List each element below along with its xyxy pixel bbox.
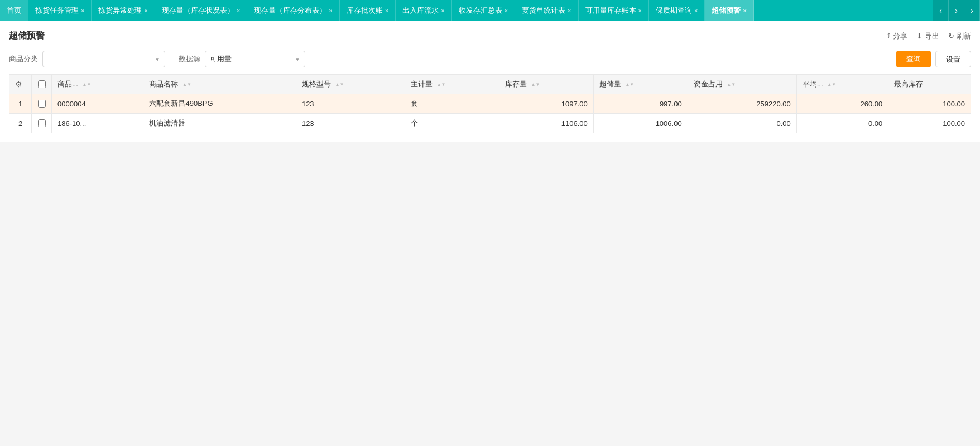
row-checkbox[interactable] [38,100,46,108]
row-checkbox[interactable] [38,119,46,127]
nav-tab-6-close[interactable]: × [441,7,444,14]
top-nav: 首页 拣货任务管理 × 拣货异常处理 × 现存量（库存状况表） × 现存量（库存… [0,0,980,21]
page-header: 超储预警 ⤴ 分享 ⬇ 导出 ↻ 刷新 [9,30,971,42]
row-avg: 0.00 [796,114,888,133]
datasource-value: 可用量 [210,54,232,64]
nav-tab-5-close[interactable]: × [385,7,388,14]
th-capital[interactable]: 资金占用 ▲▼ [688,75,796,94]
query-button[interactable]: 查询 [896,51,931,67]
sort-icon-avg: ▲▼ [827,83,836,87]
sort-icon-overstock: ▲▼ [625,83,634,87]
th-checkbox [32,75,52,94]
th-product-code[interactable]: 商品... ▲▼ [52,75,143,94]
row-stock: 1106.00 [499,114,593,133]
nav-tab-8[interactable]: 要货单统计表 × [515,0,578,21]
datasource-chevron-icon: ▼ [295,56,300,62]
th-capital-label: 资金占用 [694,80,723,88]
row-max-stock: 100.00 [888,114,971,133]
category-select[interactable]: ▼ [42,51,165,67]
sort-icon-unit: ▲▼ [437,83,446,87]
sort-icon-name: ▲▼ [182,83,191,87]
nav-tab-11[interactable]: 超储预警 × [705,0,753,21]
th-stock[interactable]: 库存量 ▲▼ [499,75,593,94]
nav-tab-7-close[interactable]: × [505,7,508,14]
row-product-code: 0000004 [52,94,143,114]
nav-tab-5-label: 库存批次账 [347,6,383,16]
nav-tab-11-close[interactable]: × [743,7,746,14]
page-title: 超储预警 [9,30,45,42]
nav-more-button[interactable]: › [964,0,980,21]
nav-tab-2[interactable]: 拣货异常处理 × [92,0,155,21]
nav-tab-4-close[interactable]: × [329,7,332,14]
sort-icon-stock: ▲▼ [531,83,540,87]
nav-tab-1-close[interactable]: × [81,7,84,14]
nav-tab-7-label: 收发存汇总表 [459,6,502,16]
th-max-stock-label: 最高库存 [894,80,923,88]
nav-tab-7[interactable]: 收发存汇总表 × [452,0,515,21]
th-product-code-label: 商品... [57,80,78,88]
th-max-stock[interactable]: 最高库存 [888,75,971,94]
refresh-icon: ↻ [948,32,954,40]
th-avg-label: 平均... [803,80,823,88]
nav-tab-3-close[interactable]: × [237,7,240,14]
settings-button[interactable]: 设置 [935,51,971,67]
nav-tab-home[interactable]: 首页 [0,0,28,21]
nav-prev-button[interactable]: ‹ [933,0,949,21]
row-capital: 259220.00 [688,94,796,114]
th-unit[interactable]: 主计量 ▲▼ [405,75,499,94]
row-max-stock: 100.00 [888,94,971,114]
nav-tab-9[interactable]: 可用量库存账本 × [579,0,649,21]
nav-tab-home-label: 首页 [7,6,21,16]
nav-tab-4-label: 现存量（库存分布表） [254,6,326,16]
table-header-row: ⚙ 商品... ▲▼ 商品名称 ▲▼ 规格型号 ▲▼ [9,75,971,94]
nav-tab-9-close[interactable]: × [638,7,642,14]
row-capital: 0.00 [688,114,796,133]
table-row: 2 186-10... 机油滤清器 123 个 1106.00 1006.00 … [9,114,971,133]
th-avg[interactable]: 平均... ▲▼ [796,75,888,94]
nav-tab-1[interactable]: 拣货任务管理 × [28,0,92,21]
sort-icon-capital: ▲▼ [727,83,736,87]
nav-tab-8-label: 要货单统计表 [522,6,565,16]
nav-tab-2-close[interactable]: × [144,7,147,14]
filter-buttons: 查询 设置 [896,51,971,67]
row-checkbox-cell [32,114,52,133]
table-body: 1 0000004 六配套新昌490BPG 123 套 1097.00 997.… [9,94,971,133]
refresh-button[interactable]: ↻ 刷新 [948,31,971,41]
nav-tab-10[interactable]: 保质期查询 × [649,0,705,21]
th-overstock[interactable]: 超储量 ▲▼ [593,75,688,94]
nav-arrows: ‹ › › [933,0,980,21]
th-spec[interactable]: 规格型号 ▲▼ [296,75,405,94]
th-product-name[interactable]: 商品名称 ▲▼ [143,75,296,94]
row-spec: 123 [296,94,405,114]
nav-tab-8-close[interactable]: × [568,7,571,14]
th-spec-label: 规格型号 [302,80,331,88]
row-stock: 1097.00 [499,94,593,114]
page-content: 超储预警 ⤴ 分享 ⬇ 导出 ↻ 刷新 商品分类 ▼ 数据源 [0,21,980,142]
row-product-code: 186-10... [52,114,143,133]
datasource-filter: 数据源 可用量 ▼ [179,51,305,67]
select-all-checkbox[interactable] [38,80,46,88]
nav-tab-6-label: 出入库流水 [402,6,439,16]
nav-tab-2-label: 拣货异常处理 [98,6,142,16]
nav-tabs: 首页 拣货任务管理 × 拣货异常处理 × 现存量（库存状况表） × 现存量（库存… [0,0,933,21]
th-gear[interactable]: ⚙ [9,75,32,94]
th-overstock-label: 超储量 [599,80,621,88]
th-product-name-label: 商品名称 [149,80,178,88]
nav-tab-3[interactable]: 现存量（库存状况表） × [155,0,247,21]
nav-next-button[interactable]: › [949,0,964,21]
row-avg: 260.00 [796,94,888,114]
export-icon: ⬇ [916,32,923,40]
nav-tab-5[interactable]: 库存批次账 × [340,0,396,21]
nav-tab-10-close[interactable]: × [694,7,698,14]
export-label: 导出 [925,31,939,41]
share-button[interactable]: ⤴ 分享 [887,31,907,41]
th-stock-label: 库存量 [505,80,527,88]
export-button[interactable]: ⬇ 导出 [916,31,939,41]
nav-tab-10-label: 保质期查询 [656,6,692,16]
gear-icon[interactable]: ⚙ [15,80,22,89]
row-spec: 123 [296,114,405,133]
datasource-select[interactable]: 可用量 ▼ [205,51,305,67]
row-overstock: 1006.00 [593,114,688,133]
nav-tab-4[interactable]: 现存量（库存分布表） × [247,0,339,21]
nav-tab-6[interactable]: 出入库流水 × [396,0,451,21]
